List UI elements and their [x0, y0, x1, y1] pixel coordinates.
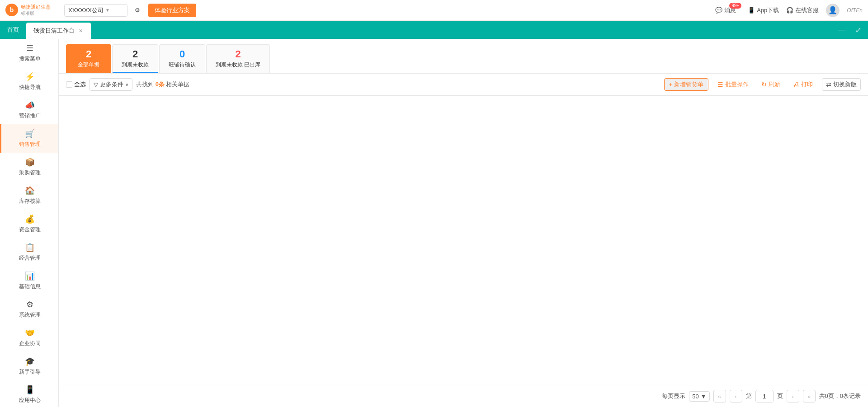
sidebar-label-guide: 新手引导: [19, 368, 41, 376]
sidebar-item-inventory[interactable]: 🏠 库存核算: [0, 181, 58, 210]
sidebar-item-app-center[interactable]: 📱 应用中心: [0, 380, 58, 407]
page-number-input[interactable]: [755, 390, 774, 402]
tab-bar-actions: — ⤢: [835, 23, 868, 36]
main-layout: ☰ 搜索菜单 ⚡ 快捷导航 📣 营销推广 🛒 销售管理 📦 采购管理 🏠 库存核…: [0, 39, 868, 407]
total-records: 共0页，0条记录: [819, 392, 861, 400]
logo-sub: 标准版: [21, 10, 51, 17]
stat-tab-overdue-shipped[interactable]: 2 到期未收款 已出库: [206, 44, 270, 73]
sidebar-item-marketing[interactable]: 📣 营销推广: [0, 96, 58, 124]
marketing-icon: 📣: [25, 100, 35, 110]
sidebar-item-purchase[interactable]: 📦 采购管理: [0, 153, 58, 181]
page-prev-icon: ‹: [735, 393, 736, 400]
logo-name: 畅捷通好生意: [21, 4, 51, 10]
tab-qianhuoriqing[interactable]: 钱货日清工作台 ✕: [26, 23, 91, 39]
stat-tab-all[interactable]: 2 全部单据: [66, 44, 111, 73]
stat-num-overdue-shipped: 2: [236, 48, 241, 60]
page-next-button[interactable]: ›: [787, 390, 799, 402]
new-order-button[interactable]: + 新增销货单: [664, 78, 708, 91]
found-text: 共找到 0条 相关单据: [136, 80, 189, 89]
switch-label: 切换新版: [833, 80, 857, 89]
sidebar-label-marketing: 营销推广: [19, 112, 41, 120]
close-tab-icon[interactable]: ✕: [77, 28, 84, 34]
app-center-icon: 📱: [25, 385, 35, 395]
page-last-button[interactable]: »: [803, 390, 816, 402]
stat-label-wangpu: 旺铺待确认: [169, 61, 196, 69]
sidebar-label-operations: 经营管理: [19, 254, 41, 262]
sidebar-item-guide[interactable]: 🎓 新手引导: [0, 352, 58, 380]
sidebar-label-basic-info: 基础信息: [19, 283, 41, 290]
batch-label: 批量操作: [725, 80, 749, 89]
sidebar-label-sales: 销售管理: [19, 140, 41, 148]
company-selector[interactable]: XXXXXX公司 ▼: [64, 4, 127, 17]
sidebar-item-sales[interactable]: 🛒 销售管理: [0, 124, 58, 153]
stat-num-wangpu: 0: [179, 48, 185, 60]
stat-label-overdue: 到期未收款: [122, 61, 149, 69]
sidebar-item-quick-nav[interactable]: ⚡ 快捷导航: [0, 67, 58, 96]
print-button[interactable]: 🖨 打印: [789, 79, 816, 90]
company-name: XXXXXX公司: [68, 6, 104, 14]
sidebar-label-enterprise-collab: 企业协同: [19, 340, 41, 347]
page-size-value: 50: [692, 393, 698, 400]
table-area: [59, 96, 868, 385]
logo-area: b 畅捷通好生意 标准版: [5, 4, 64, 16]
refresh-label: 刷新: [769, 80, 780, 89]
company-dropdown-arrow: ▼: [105, 8, 110, 13]
sidebar-item-finance[interactable]: 💰 资金管理: [0, 210, 58, 238]
page-first-icon: «: [718, 393, 721, 400]
top-header: b 畅捷通好生意 标准版 XXXXXX公司 ▼ ⚙ 体验行业方案 💬 消息 99…: [0, 0, 868, 21]
toolbar-right: + 新增销货单 ☰ 批量操作 ↻ 刷新 🖨 打印 ⇄ 切换新版: [664, 78, 861, 91]
sidebar-item-search[interactable]: ☰ 搜索菜单: [0, 39, 58, 67]
enterprise-collab-icon: 🤝: [25, 328, 35, 338]
search-menu-icon: ☰: [26, 43, 33, 53]
sidebar-item-enterprise-collab[interactable]: 🤝 企业协同: [0, 323, 58, 352]
app-download-button[interactable]: 📱 App下载: [748, 6, 779, 14]
stat-num-overdue: 2: [132, 48, 138, 60]
sidebar-item-system[interactable]: ⚙ 系统管理: [0, 295, 58, 323]
page-size-selector[interactable]: 50 ▼: [689, 391, 709, 402]
stat-tab-wangpu[interactable]: 0 旺铺待确认: [159, 44, 205, 73]
sidebar-item-operations[interactable]: 📋 经营管理: [0, 238, 58, 267]
purchase-icon: 📦: [25, 157, 35, 167]
messages-button[interactable]: 💬 消息 99+: [715, 6, 736, 14]
batch-operation-button[interactable]: ☰ 批量操作: [714, 79, 752, 90]
filter-button[interactable]: ▽ 更多条件 ∨: [90, 78, 132, 91]
refresh-icon: ↻: [761, 81, 767, 88]
tab-maximize-button[interactable]: ⤢: [852, 23, 864, 36]
page-prev-button[interactable]: ‹: [730, 390, 742, 402]
filter-arrow-icon: ∨: [125, 82, 128, 87]
quick-nav-icon: ⚡: [25, 72, 35, 82]
toolbar-left: 全选 ▽ 更多条件 ∨ 共找到 0条 相关单据: [66, 78, 660, 91]
select-all-label: 全选: [74, 80, 86, 89]
experience-button[interactable]: 体验行业方案: [148, 4, 196, 17]
refresh-button[interactable]: ↻ 刷新: [758, 79, 784, 90]
sidebar: ☰ 搜索菜单 ⚡ 快捷导航 📣 营销推广 🛒 销售管理 📦 采购管理 🏠 库存核…: [0, 39, 59, 407]
header-right: 💬 消息 99+ 📱 App下载 🎧 在线客服 👤 OfTEn: [715, 4, 863, 17]
user-avatar[interactable]: 👤: [826, 4, 840, 17]
page-suffix: 页: [777, 392, 783, 400]
message-icon: 💬: [715, 7, 722, 14]
basic-info-icon: 📊: [25, 271, 35, 281]
new-order-label: + 新增销货单: [669, 80, 703, 89]
tab-home[interactable]: 首页: [0, 21, 26, 39]
print-label: 打印: [801, 80, 813, 89]
settings-button[interactable]: ⚙: [130, 3, 145, 18]
page-first-button[interactable]: «: [713, 390, 726, 402]
filter-icon: ▽: [94, 81, 98, 88]
tab-minimize-button[interactable]: —: [835, 23, 848, 36]
online-service-button[interactable]: 🎧 在线客服: [786, 6, 819, 14]
guide-icon: 🎓: [25, 356, 35, 366]
pagination: 每页显示 50 ▼ « ‹ 第 页 › » 共0页，0条记录: [59, 385, 868, 407]
sidebar-item-basic-info[interactable]: 📊 基础信息: [0, 267, 58, 295]
batch-icon: ☰: [717, 81, 723, 88]
switch-version-button[interactable]: ⇄ 切换新版: [822, 78, 861, 91]
page-next-icon: ›: [792, 393, 793, 400]
stat-tab-overdue[interactable]: 2 到期未收款: [112, 44, 158, 73]
page-last-icon: »: [807, 393, 811, 400]
sidebar-label-inventory: 库存核算: [19, 197, 41, 205]
select-all-checkbox[interactable]: 全选: [66, 80, 86, 89]
tab-qianhuoriqing-label: 钱货日清工作台: [33, 27, 75, 35]
checkbox-icon: [66, 81, 72, 88]
app-download-label: App下载: [757, 6, 779, 14]
app-icon: 📱: [748, 7, 755, 14]
system-icon: ⚙: [26, 299, 33, 309]
